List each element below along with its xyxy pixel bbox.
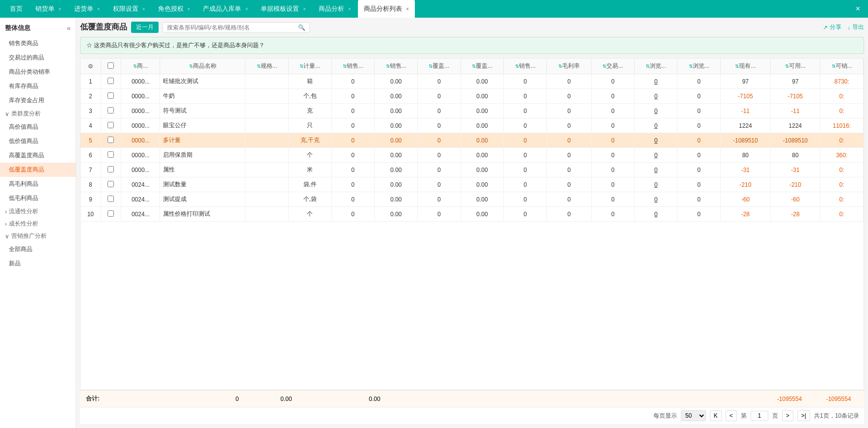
sidebar-item-in-stock-goods[interactable]: 有库存商品 xyxy=(0,79,76,93)
sidebar-item-high-margin[interactable]: 高毛利商品 xyxy=(0,177,76,191)
sidebar-section-marketing[interactable]: ∨ 营销推广分析 xyxy=(0,230,76,242)
row-checkbox[interactable] xyxy=(101,148,121,163)
col-browse1[interactable]: ⇅浏览... xyxy=(634,58,678,74)
sidebar-item-all-goods[interactable]: 全部商品 xyxy=(0,242,76,257)
nav-template-settings[interactable]: 单据模板设置 × xyxy=(255,0,312,18)
window-close-button[interactable]: × xyxy=(852,2,864,15)
row-select-checkbox[interactable] xyxy=(108,78,114,84)
current-page-input[interactable] xyxy=(751,411,768,421)
row-select-checkbox[interactable] xyxy=(108,107,114,114)
col-name[interactable]: ⇅商品名称 xyxy=(160,58,245,74)
col-trade[interactable]: ⇅交易... xyxy=(591,58,634,74)
col-current[interactable]: ⇅现有... xyxy=(721,58,771,74)
row-browse1[interactable]: 0 xyxy=(634,148,678,163)
row-name[interactable]: 旺辅批次测试 xyxy=(160,74,245,89)
col-browse2[interactable]: ⇅浏览... xyxy=(678,58,721,74)
row-checkbox[interactable] xyxy=(101,163,121,177)
close-icon[interactable]: × xyxy=(97,6,100,12)
row-select-checkbox[interactable] xyxy=(108,166,114,172)
row-name[interactable]: 测试数量 xyxy=(160,177,245,192)
row-checkbox[interactable] xyxy=(101,177,121,192)
nav-purchase-order[interactable]: 进货单 × xyxy=(68,0,106,18)
sidebar-item-low-margin[interactable]: 低毛利商品 xyxy=(0,191,76,205)
sidebar-item-low-coverage[interactable]: 低覆盖度商品 xyxy=(0,163,76,177)
select-all-checkbox[interactable] xyxy=(108,62,114,69)
row-checkbox[interactable] xyxy=(101,89,121,104)
col-checkbox[interactable] xyxy=(101,58,121,74)
sidebar-item-high-coverage[interactable]: 高覆盖度商品 xyxy=(0,148,76,163)
row-select-checkbox[interactable] xyxy=(108,196,114,202)
row-name[interactable]: 测试提成 xyxy=(160,192,245,207)
row-name[interactable]: 牛奶 xyxy=(160,89,245,104)
row-browse1[interactable]: 0 xyxy=(634,118,678,133)
row-checkbox[interactable] xyxy=(101,133,121,148)
row-checkbox[interactable] xyxy=(101,74,121,89)
row-browse1[interactable]: 0 xyxy=(634,192,678,207)
nav-sales-order[interactable]: 销货单 × xyxy=(29,0,67,18)
close-icon[interactable]: × xyxy=(188,6,190,12)
row-select-checkbox[interactable] xyxy=(108,151,114,158)
col-spec[interactable]: ⇅规格... xyxy=(245,58,289,74)
row-select-checkbox[interactable] xyxy=(108,137,114,143)
row-name[interactable]: 启用保质期 xyxy=(160,148,245,163)
row-name[interactable]: 多计量 xyxy=(160,133,245,148)
row-browse1[interactable]: 0 xyxy=(634,133,678,148)
filter-recent-month-button[interactable]: 近一月 xyxy=(131,22,159,33)
nav-permission-settings[interactable]: 权限设置 × xyxy=(107,0,151,18)
sidebar-section-cluster-analysis[interactable]: ∨ 类群度分析 xyxy=(0,108,76,120)
col-cover1[interactable]: ⇅覆盖... xyxy=(417,58,461,74)
row-browse1[interactable]: 0 xyxy=(634,207,678,222)
sidebar-item-category-turnover[interactable]: 商品分类动销率 xyxy=(0,65,76,79)
col-sales2[interactable]: ⇅销售... xyxy=(375,58,418,74)
sidebar-section-growth[interactable]: › 成长性分析 xyxy=(0,218,76,230)
col-settings[interactable]: ⚙ xyxy=(81,58,101,74)
search-box[interactable]: 🔍 xyxy=(163,22,310,33)
row-checkbox[interactable] xyxy=(101,118,121,133)
row-browse1[interactable]: 0 xyxy=(634,104,678,118)
share-button[interactable]: ↗ 分享 xyxy=(823,23,841,31)
prev-page-button[interactable]: < xyxy=(726,410,737,421)
row-browse1[interactable]: 0 xyxy=(634,74,678,89)
sidebar-item-low-value[interactable]: 低价值商品 xyxy=(0,134,76,148)
sidebar-item-new-goods[interactable]: 新品 xyxy=(0,257,76,271)
sidebar-item-sales-goods[interactable]: 销售类商品 xyxy=(0,36,76,51)
col-sales3[interactable]: ⇅销售... xyxy=(504,58,547,74)
next-page-button[interactable]: > xyxy=(782,410,793,421)
col-sales1[interactable]: ⇅销售... xyxy=(331,58,375,74)
row-checkbox[interactable] xyxy=(101,104,121,118)
col-code[interactable]: ⇅商... xyxy=(121,58,160,74)
row-name[interactable]: 符号测试 xyxy=(160,104,245,118)
row-checkbox[interactable] xyxy=(101,192,121,207)
row-name[interactable]: 属性价格打印测试 xyxy=(160,207,245,222)
search-input[interactable] xyxy=(167,24,298,31)
row-name[interactable]: 属性 xyxy=(160,163,245,177)
close-icon[interactable]: × xyxy=(406,6,409,12)
row-select-checkbox[interactable] xyxy=(108,122,114,128)
row-browse1[interactable]: 0 xyxy=(634,163,678,177)
page-size-select[interactable]: 50 20 100 xyxy=(681,410,706,421)
close-icon[interactable]: × xyxy=(58,6,61,12)
row-select-checkbox[interactable] xyxy=(108,210,114,217)
row-browse1[interactable]: 0 xyxy=(634,89,678,104)
sidebar-item-high-value[interactable]: 高价值商品 xyxy=(0,120,76,134)
close-icon[interactable]: × xyxy=(245,6,248,12)
col-gross-rate[interactable]: ⇅毛利率 xyxy=(547,58,592,74)
close-icon[interactable]: × xyxy=(348,6,351,12)
nav-finished-goods[interactable]: 产成品入库单 × xyxy=(197,0,254,18)
row-browse1[interactable]: 0 xyxy=(634,177,678,192)
sidebar-item-traded-goods[interactable]: 交易过的商品 xyxy=(0,51,76,65)
nav-product-analysis[interactable]: 商品分析 × xyxy=(313,0,357,18)
col-unit[interactable]: ⇅计量... xyxy=(288,58,331,74)
row-select-checkbox[interactable] xyxy=(108,181,114,187)
close-icon[interactable]: × xyxy=(142,6,145,12)
nav-product-analysis-list[interactable]: 商品分析列表 × xyxy=(358,0,415,18)
nav-role-auth[interactable]: 角色授权 × xyxy=(152,0,196,18)
nav-home[interactable]: 首页 xyxy=(4,0,28,18)
sidebar-section-liquidity[interactable]: › 流通性分析 xyxy=(0,205,76,218)
export-button[interactable]: ↓ 导出 xyxy=(847,23,864,31)
sidebar-item-inventory-capital[interactable]: 库存资金占用 xyxy=(0,93,76,108)
row-name[interactable]: 眼宝公仔 xyxy=(160,118,245,133)
sidebar-collapse-button[interactable]: « xyxy=(67,24,71,32)
first-page-button[interactable]: K xyxy=(710,410,722,421)
col-available[interactable]: ⇅可用... xyxy=(770,58,820,74)
